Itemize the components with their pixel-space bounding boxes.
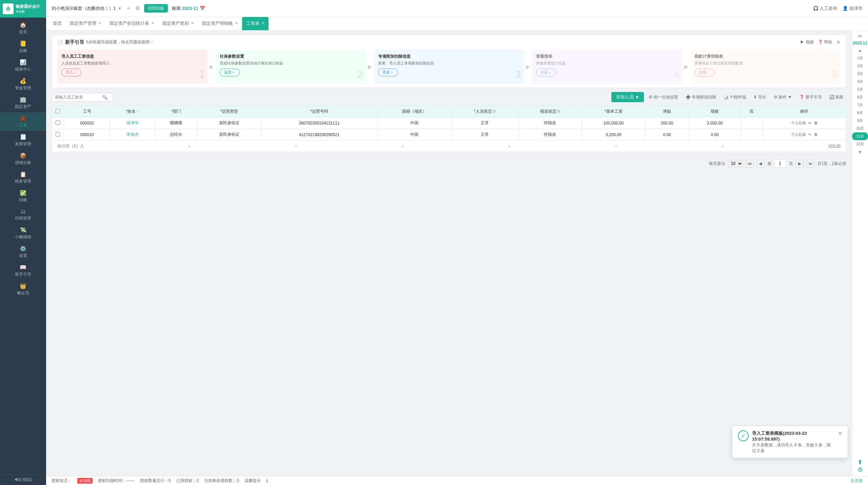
guide-arrow-1: ▶ — [208, 50, 216, 83]
total-salary: 103,20 — [828, 144, 841, 149]
sidebar-item-expense[interactable]: 💸小畅报销 — [0, 224, 46, 243]
cal-month-12[interactable]: 12月 — [852, 140, 868, 148]
toast-close-btn[interactable]: ✕ — [835, 430, 842, 437]
social-security-btn[interactable]: ⚙ 统一社保设置 — [646, 93, 680, 101]
tab-fixed-detail[interactable]: 固定资产明细账✕ — [198, 17, 242, 31]
expense-icon: 💸 — [20, 227, 26, 233]
total-auth: 授权数量总计：0 — [140, 478, 171, 484]
cal-up-arrow[interactable]: ⬆ — [857, 459, 863, 466]
cal-month-1[interactable]: 1月 — [852, 54, 868, 62]
warning-label: 温馨提示 — [244, 478, 261, 484]
guide-close-icon[interactable]: ✕ — [836, 39, 841, 45]
fixed-assets-label: 固定资产 — [15, 104, 31, 110]
guide-doc-icon: 📄 — [57, 40, 63, 45]
row-checkbox-1[interactable] — [56, 132, 60, 136]
sidebar-bottom-toggle[interactable]: ◀取消固定 — [0, 474, 46, 485]
sidebar-item-home[interactable]: 🏠首页 — [0, 19, 46, 38]
guide-video-link[interactable]: ▶ 视频 — [800, 39, 813, 45]
step-btn-5[interactable]: 查看＞ — [694, 69, 714, 76]
tab-salary[interactable]: 工资表✕ — [242, 17, 269, 31]
row-basic-salary-0: 100,000.00 — [581, 117, 645, 129]
export-btn[interactable]: ⬇ 导出 — [751, 93, 769, 101]
step-btn-3[interactable]: 查看＞ — [378, 69, 398, 76]
row-nationality-1: 中国 — [377, 129, 452, 141]
cal-settings-icon[interactable]: ⚙ — [857, 466, 863, 473]
sidebar-item-settlement[interactable]: ✅结账 — [0, 187, 46, 206]
tab-close-fixed-depreciation[interactable]: ✕ — [151, 21, 154, 25]
sidebar-item-reports[interactable]: 📊报表中心 — [0, 56, 46, 75]
sidebar-item-guide[interactable]: 📖新手引导 — [0, 261, 46, 280]
cal-up-btn[interactable]: ▲ — [856, 46, 864, 54]
sidebar-item-fixed-assets[interactable]: 🏢固定资产 — [0, 94, 46, 112]
add-account-icon[interactable]: ＋ — [126, 5, 131, 12]
sidebar-item-tax[interactable]: 📋税务管理 — [0, 168, 46, 187]
special-deduction-btn[interactable]: ➕ 专项附加扣除 — [683, 93, 719, 101]
sidebar-item-funds[interactable]: 💰资金管理 — [0, 75, 46, 94]
salary-label: 工资 — [19, 123, 27, 128]
guide-help-link[interactable]: ❓ 帮助 — [818, 39, 832, 45]
sidebar-item-archive[interactable]: 🗂归档管理 — [0, 206, 46, 224]
cal-month-11[interactable]: 11月 — [852, 132, 868, 140]
tab-home[interactable]: 首页 — [49, 17, 66, 31]
tab-close-fixed-category[interactable]: ✕ — [191, 21, 194, 25]
tab-close-fixed-detail[interactable]: ✕ — [235, 21, 238, 25]
step-btn-4[interactable]: 查看＞ — [536, 69, 556, 76]
page-number-input[interactable] — [774, 160, 786, 168]
cal-month-9[interactable]: 9月 — [852, 117, 868, 125]
cal-down-btn[interactable]: ▼ — [856, 148, 864, 156]
sidebar-item-member[interactable]: 👑畅会员 — [0, 280, 46, 299]
select-all-header — [52, 106, 64, 117]
tax-report-btn[interactable]: 📊 个税申报 — [721, 93, 749, 101]
settings-icon[interactable]: ⚙ — [135, 5, 140, 12]
switch-version-btn[interactable]: 切到旧版 — [144, 4, 168, 13]
select-all-checkbox[interactable] — [56, 109, 60, 113]
horizontal-scrollbar[interactable] — [52, 153, 846, 157]
page-first-btn[interactable]: ⏮ — [746, 160, 754, 168]
step-btn-1[interactable]: 导入＞ — [61, 69, 81, 76]
cal-month-5[interactable]: 5月 — [852, 86, 868, 93]
cal-month-10[interactable]: 10月 — [852, 125, 868, 132]
guide-btn[interactable]: ❓ 新手引导 — [796, 93, 824, 101]
cal-month-4[interactable]: 4月 — [852, 78, 868, 86]
cal-month-2[interactable]: 2月 — [852, 62, 868, 70]
sidebar-nav: 🏠首页📒总账📊报表中心💰资金管理🏢固定资产💼工资🧾发票管理📦进销台账📋税务管理✅… — [0, 18, 46, 474]
sidebar-item-settings[interactable]: ⚙️设置 — [0, 243, 46, 261]
cal-month-3[interactable]: 3月 — [852, 70, 868, 78]
operation-btn[interactable]: ⚙ 操作 ▼ — [771, 93, 795, 101]
search-input[interactable] — [55, 95, 102, 99]
account-name: 刘小艳演示账套（勿删勿动！）1 ▼ — [52, 5, 122, 12]
sidebar-item-general[interactable]: 📒总账 — [0, 38, 46, 56]
page-next-btn[interactable]: ▶ — [796, 160, 804, 168]
cal-month-8[interactable]: 8月 — [852, 109, 868, 117]
tab-fixed-depreciation[interactable]: 固定资产折旧统计表✕ — [105, 17, 158, 31]
sidebar-item-salary[interactable]: 💼工资 — [0, 112, 46, 131]
reports-label: 报表中心 — [15, 67, 31, 72]
row-checkbox-0[interactable] — [56, 120, 60, 125]
support-btn[interactable]: 🎧 人工咨询 — [813, 5, 837, 12]
cal-month-7[interactable]: 7月 — [852, 101, 868, 109]
go-auth-btn[interactable]: 去充值 — [850, 478, 863, 484]
account-dropdown-icon[interactable]: ▼ — [118, 6, 122, 11]
page-size-select[interactable]: 10 20 50 — [728, 160, 743, 167]
cal-month-6[interactable]: 6月 — [852, 93, 868, 101]
guide-step-3: 专项附加扣除信息 查看、导入员工专项附加扣除信息 查看＞ 3 — [374, 50, 524, 83]
guide-arrow-4: ▶ — [682, 50, 690, 83]
page-prev-btn[interactable]: ◀ — [756, 160, 765, 168]
tab-fixed-assets[interactable]: 固定资产管理✕ — [66, 17, 105, 31]
page-last-btn[interactable]: ⏭ — [807, 160, 815, 168]
calendar-icon[interactable]: 📅 — [200, 6, 205, 11]
tab-close-salary[interactable]: ✕ — [261, 21, 264, 25]
member-icon: 👑 — [20, 283, 26, 289]
tab-fixed-category[interactable]: 固定资产类别✕ — [158, 17, 198, 31]
refresh-btn[interactable]: 🔄 刷新 — [827, 93, 846, 101]
add-person-btn[interactable]: 添加人员 ▼ — [611, 92, 644, 102]
tax-icon: 📋 — [20, 171, 26, 178]
sidebar-item-invoice[interactable]: 🧾发票管理 — [0, 131, 46, 150]
row-performance-0: 3,000.00 — [689, 117, 741, 129]
add-btn-dropdown[interactable]: ▼ — [635, 95, 639, 100]
sidebar-item-purchase-sales[interactable]: 📦进销台账 — [0, 150, 46, 168]
tab-close-fixed-assets[interactable]: ✕ — [98, 21, 101, 25]
step-btn-2[interactable]: 设置＞ — [220, 69, 240, 76]
tab-label-fixed-depreciation: 固定资产折旧统计表 — [110, 20, 149, 26]
cal-expand-btn[interactable]: ≫ — [856, 32, 864, 40]
